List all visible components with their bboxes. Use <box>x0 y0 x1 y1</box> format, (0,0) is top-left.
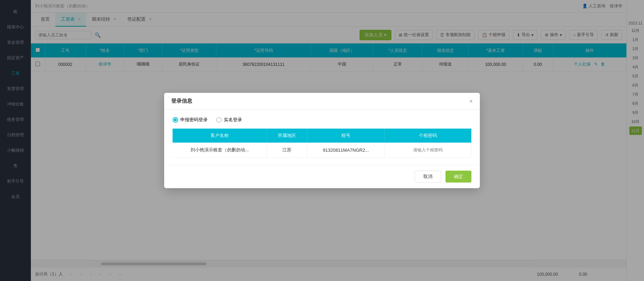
radio-password-label: 申报密码登录 <box>180 117 208 123</box>
modal-table-row: 刘小艳演示账套（勿删勿动... 江苏 91320811MA7NGR2... <box>173 143 471 158</box>
radio-password-login[interactable]: 申报密码登录 <box>173 117 208 123</box>
modal-col-client-name: 客户名称 <box>173 129 267 143</box>
modal-body: 申报密码登录 实名登录 客户名称 所属地区 税号 个税密码 <box>164 110 480 165</box>
modal-cell-password[interactable] <box>385 143 471 158</box>
modal-col-tax-id: 税号 <box>307 129 385 143</box>
radio-password-circle <box>173 117 178 123</box>
radio-realname-label: 实名登录 <box>224 117 242 123</box>
modal-cell-region: 江苏 <box>267 143 307 158</box>
confirm-button[interactable]: 确定 <box>445 171 471 183</box>
login-radio-group: 申报密码登录 实名登录 <box>173 117 471 123</box>
modal-overlay[interactable]: 登录信息 × 申报密码登录 实名登录 客户名称 所属地区 <box>0 0 644 281</box>
modal-table: 客户名称 所属地区 税号 个税密码 刘小艳演示账套（勿删勿动... 江苏 913… <box>173 129 471 158</box>
modal-footer: 取消 确定 <box>164 165 480 188</box>
cancel-button[interactable]: 取消 <box>415 171 441 183</box>
modal-col-region: 所属地区 <box>267 129 307 143</box>
radio-realname-login[interactable]: 实名登录 <box>216 117 242 123</box>
modal-title: 登录信息 <box>171 98 192 104</box>
radio-realname-circle <box>216 117 222 123</box>
login-modal: 登录信息 × 申报密码登录 实名登录 客户名称 所属地区 <box>164 93 480 188</box>
modal-cell-tax-id: 91320811MA7NGR2... <box>307 143 385 158</box>
modal-cell-client-name: 刘小艳演示账套（勿删勿动... <box>173 143 267 158</box>
modal-header: 登录信息 × <box>164 93 480 110</box>
modal-col-password: 个税密码 <box>385 129 471 143</box>
modal-close-button[interactable]: × <box>469 98 473 104</box>
password-input[interactable] <box>390 148 465 152</box>
